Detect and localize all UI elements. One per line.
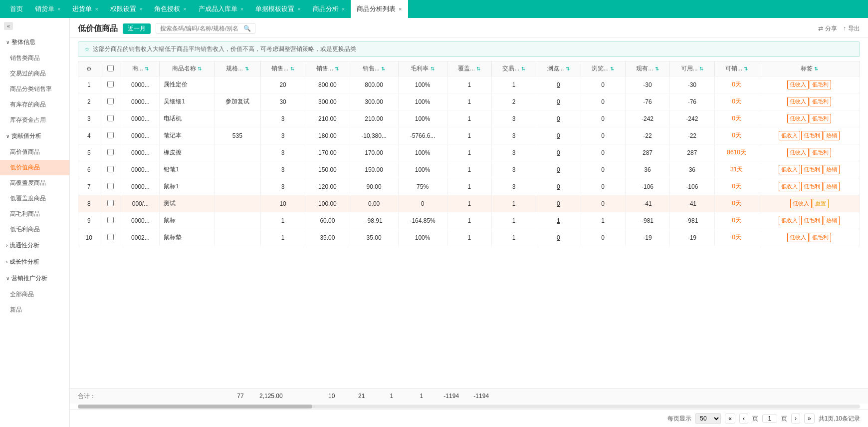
row-checkbox[interactable] [107,234,114,240]
sidebar-item-low-coverage[interactable]: 低覆盖度商品 [0,191,69,206]
filter-recent-month-btn[interactable]: 近一月 [123,23,151,34]
first-page-btn[interactable]: « [725,414,735,424]
sidebar-group-marketing[interactable]: ∨营销推广分析 [0,270,69,287]
close-icon[interactable]: × [342,6,345,12]
header-actions: ⇄ 分享 ↑ 导出 [818,24,860,33]
row-checkbox-cell[interactable] [100,110,121,127]
row-checkbox-cell[interactable] [100,195,121,212]
row-checkbox-cell[interactable] [100,178,121,195]
col-view2[interactable]: 浏览... ⇅ [581,61,625,76]
row-view1[interactable]: 0 [536,144,581,161]
col-margin-rate[interactable]: 毛利率 ⇅ [398,61,447,76]
sidebar-item-high-coverage[interactable]: 高覆盖度商品 [0,175,69,191]
sidebar-item-low-value[interactable]: 低价值商品 [0,160,69,175]
row-checkbox[interactable] [107,166,114,172]
nav-template-setting[interactable]: 单据模板设置 × [249,0,306,18]
sidebar-item-all-goods[interactable]: 全部商品 [0,287,69,302]
export-btn[interactable]: ↑ 导出 [843,24,860,33]
nav-permissions[interactable]: 权限设置 × [104,0,148,18]
row-view1[interactable]: 0 [536,93,581,110]
row-view1[interactable]: 1 [536,212,581,229]
sidebar-item-low-margin[interactable]: 低毛利商品 [0,222,69,237]
row-checkbox[interactable] [107,149,114,155]
col-sellable[interactable]: 可销... ⇅ [714,61,759,76]
col-available[interactable]: 可用... ⇅ [670,61,714,76]
close-icon[interactable]: × [240,6,243,12]
sidebar-collapse-btn[interactable]: « [4,22,13,30]
row-checkbox[interactable] [107,81,114,87]
nav-purchase[interactable]: 进货单 × [66,0,104,18]
col-sales1[interactable]: 销售... ⇅ [260,61,305,76]
row-view1[interactable]: 0 [536,195,581,212]
row-checkbox[interactable] [107,98,114,104]
nav-goods-analysis[interactable]: 商品分析 × [307,0,351,18]
page-size-select[interactable]: 10 20 50 100 [695,413,721,424]
sidebar-item-high-margin[interactable]: 高毛利商品 [0,206,69,222]
row-checkbox-cell[interactable] [100,76,121,93]
search-icon[interactable]: 🔍 [243,25,251,32]
row-view1[interactable]: 0 [536,178,581,195]
row-checkbox[interactable] [107,183,114,189]
search-input[interactable] [160,25,241,32]
row-checkbox-cell[interactable] [100,144,121,161]
col-sales2[interactable]: 销售... ⇅ [305,61,350,76]
col-sales3[interactable]: 销售... ⇅ [350,61,398,76]
nav-product-entry[interactable]: 产成品入库单 × [193,0,249,18]
row-checkbox[interactable] [107,132,114,138]
page-input[interactable] [762,415,777,423]
row-view1[interactable]: 0 [536,76,581,93]
row-view1[interactable]: 0 [536,110,581,127]
row-checkbox[interactable] [107,217,114,223]
col-checkbox[interactable] [100,61,121,76]
col-tags[interactable]: 标签 ⇅ [759,61,860,76]
col-code[interactable]: 商... ⇅ [121,61,160,76]
last-page-btn[interactable]: » [804,414,815,424]
sidebar-item-inventory-capital[interactable]: 库存资金占用 [0,112,69,128]
col-coverage[interactable]: 覆盖... ⇅ [447,61,491,76]
select-all-checkbox[interactable] [107,65,114,71]
next-page-btn[interactable]: › [791,414,800,424]
row-checkbox[interactable] [107,115,114,121]
nav-sales[interactable]: 销货单 × [29,0,66,18]
row-view1[interactable]: 0 [536,127,581,144]
close-icon[interactable]: × [139,6,142,12]
sidebar-item-category-sales-rate[interactable]: 商品分类销售率 [0,81,69,97]
close-icon[interactable]: × [183,6,186,12]
sidebar-item-sales-goods[interactable]: 销售类商品 [0,50,69,66]
close-icon[interactable]: × [297,6,300,12]
nav-home[interactable]: 首页 [4,0,29,18]
sidebar-group-growth[interactable]: ›成长性分析 [0,254,69,270]
nav-goods-analysis-list[interactable]: 商品分析列表 × [351,0,408,18]
close-icon[interactable]: × [399,6,402,12]
close-icon[interactable]: × [57,6,60,12]
row-checkbox-cell[interactable] [100,212,121,229]
sidebar-item-high-value[interactable]: 高价值商品 [0,144,69,160]
col-trade[interactable]: 交易... ⇅ [491,61,536,76]
row-view1[interactable]: 0 [536,229,581,246]
row-checkbox-cell[interactable] [100,161,121,178]
search-box[interactable]: 🔍 [156,23,255,34]
sidebar-item-traded-goods[interactable]: 交易过的商品 [0,66,69,81]
close-icon[interactable]: × [95,6,98,12]
sidebar-group-overall[interactable]: ∨整体信息 [0,34,69,50]
sidebar-group-contribution[interactable]: ∨贡献值分析 [0,128,69,144]
share-btn[interactable]: ⇄ 分享 [818,24,837,33]
nav-role-auth[interactable]: 角色授权 × [148,0,192,18]
sidebar-group-circulation[interactable]: ›流通性分析 [0,237,69,254]
scrollbar-thumb[interactable] [78,405,312,409]
sidebar-item-stock-goods[interactable]: 有库存的商品 [0,97,69,112]
row-checkbox-cell[interactable] [100,93,121,110]
row-checkbox-cell[interactable] [100,127,121,144]
sidebar-item-new-goods[interactable]: 新品 [0,302,69,318]
col-view1[interactable]: 浏览... ⇅ [536,61,581,76]
row-checkbox[interactable] [107,200,114,206]
col-spec[interactable]: 规格... ⇅ [214,61,260,76]
col-name[interactable]: 商品名称 ⇅ [160,61,214,76]
horizontal-scrollbar[interactable] [78,405,860,409]
col-current-stock[interactable]: 现有... ⇅ [625,61,669,76]
prev-page-btn[interactable]: ‹ [739,414,748,424]
table-container[interactable]: ⚙ 商... ⇅ 商品名称 ⇅ 规格... ⇅ 销售... ⇅ 销售... ⇅ … [70,61,868,388]
row-view1[interactable]: 0 [536,161,581,178]
col-settings[interactable]: ⚙ [78,61,100,76]
row-checkbox-cell[interactable] [100,229,121,246]
